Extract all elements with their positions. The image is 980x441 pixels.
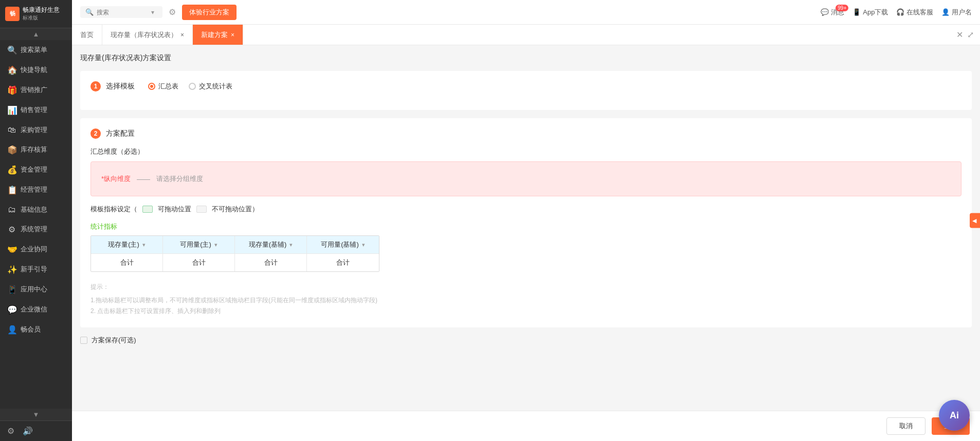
stats-col-1-header[interactable]: 现存量(主) ▾ bbox=[91, 236, 163, 253]
sidebar-item-label: 快捷导航 bbox=[21, 65, 47, 75]
stats-col-2-label: 可用量(主) bbox=[180, 240, 211, 249]
app-download-button[interactable]: 📱 App下载 bbox=[852, 8, 888, 17]
chevron-col-2-icon[interactable]: ▾ bbox=[214, 242, 217, 248]
sidebar-scroll-up[interactable]: ▲ bbox=[0, 28, 72, 40]
search-box[interactable]: 🔍 ▾ bbox=[80, 6, 162, 18]
radio-summary-label: 汇总表 bbox=[158, 82, 178, 91]
sidebar-bottom: ⚙ 🔊 bbox=[0, 420, 72, 441]
save-option-label: 方案保存(可选) bbox=[92, 336, 136, 345]
sidebar-item-search-menu[interactable]: 🔍 搜索菜单 bbox=[0, 40, 72, 60]
radio-summary[interactable]: 汇总表 bbox=[148, 82, 178, 91]
wechat-icon: 💬 bbox=[7, 305, 16, 315]
section-choose-template: 1 选择模板 汇总表 交叉统计表 bbox=[80, 71, 972, 110]
sales-icon: 📊 bbox=[7, 105, 16, 115]
tabbar-controls: ✕ ⤢ bbox=[956, 30, 980, 40]
radio-cross[interactable]: 交叉统计表 bbox=[189, 82, 232, 91]
stats-col-2-header[interactable]: 可用量(主) ▾ bbox=[163, 236, 235, 253]
stats-col-3-label: 现存量(基辅) bbox=[249, 240, 287, 249]
sidebar: 畅 畅康通好生意 标准版 ▲ 🔍 搜索菜单 🏠 快捷导航 🎁 营销推广 📊 销售… bbox=[0, 0, 72, 441]
chevron-col-3-icon[interactable]: ▾ bbox=[289, 242, 293, 248]
sidebar-item-system[interactable]: ⚙ 系统管理 bbox=[0, 219, 72, 240]
sidebar-item-label: 企业微信 bbox=[21, 305, 47, 314]
guide-icon: ✨ bbox=[7, 265, 16, 274]
online-service-label: 在线客服 bbox=[906, 8, 933, 17]
app-center-icon: 📱 bbox=[7, 285, 16, 295]
dim-dash: —— bbox=[137, 175, 150, 183]
dim-vertical-required: *纵向维度 bbox=[101, 174, 131, 183]
sidebar-item-label: 库存核算 bbox=[21, 145, 47, 154]
content-area: 现存量(库存状况表)方案设置 1 选择模板 汇总表 交叉统计表 bbox=[72, 45, 980, 411]
dim-placeholder: 请选择分组维度 bbox=[156, 174, 203, 183]
main-area: 🔍 ▾ ⚙ 体验行业方案 💬 消息 99+ 📱 App下载 🎧 在线客服 👤 bbox=[72, 0, 980, 441]
indicator-label: 模板指标设定（ bbox=[90, 205, 137, 214]
sidebar-item-label: 经营管理 bbox=[21, 185, 47, 194]
save-checkbox[interactable] bbox=[80, 337, 87, 344]
sidebar-item-basic-info[interactable]: 🗂 基础信息 bbox=[0, 200, 72, 219]
member-icon: 👤 bbox=[7, 325, 16, 335]
tab-new-plan[interactable]: 新建方案 × bbox=[193, 25, 243, 45]
sidebar-item-inventory[interactable]: 📦 库存核算 bbox=[0, 140, 72, 160]
phone-icon: 📱 bbox=[852, 8, 861, 16]
sidebar-item-label: 营销推广 bbox=[21, 85, 47, 95]
cooperation-icon: 🤝 bbox=[7, 245, 16, 254]
tip-2: 2. 点击标题栏下拉可设置排序、插入列和删除列 bbox=[90, 306, 961, 317]
tab-inventory-label: 现存量（库存状况表） bbox=[111, 30, 177, 40]
sidebar-scroll-down[interactable]: ▼ bbox=[0, 409, 72, 420]
stats-col-4-label: 可用量(基辅) bbox=[321, 240, 359, 249]
expand-icon[interactable]: ⤢ bbox=[967, 30, 974, 40]
right-float-panel[interactable]: ◀ bbox=[970, 213, 980, 228]
stats-col-2-sub: 合计 bbox=[192, 258, 206, 267]
trial-button[interactable]: 体验行业方案 bbox=[182, 5, 237, 20]
chevron-down-icon[interactable]: ▾ bbox=[151, 9, 154, 16]
stats-col-1-data: 合计 bbox=[91, 254, 163, 271]
purchase-icon: 🛍 bbox=[7, 125, 16, 135]
sidebar-item-purchase[interactable]: 🛍 采购管理 bbox=[0, 120, 72, 140]
sidebar-item-label: 系统管理 bbox=[21, 225, 47, 234]
template-radio-group: 汇总表 交叉统计表 bbox=[148, 82, 232, 91]
tab-new-plan-close-icon[interactable]: × bbox=[231, 31, 234, 39]
sidebar-item-label: 基础信息 bbox=[21, 205, 47, 214]
user-avatar: 👤 bbox=[941, 8, 950, 16]
chevron-col-4-icon[interactable]: ▾ bbox=[362, 242, 365, 248]
sidebar-item-wechat[interactable]: 💬 企业微信 bbox=[0, 300, 72, 320]
sidebar-item-label: 畅会员 bbox=[21, 325, 41, 334]
message-button[interactable]: 💬 消息 99+ bbox=[821, 8, 844, 17]
sidebar-item-cooperation[interactable]: 🤝 企业协同 bbox=[0, 240, 72, 260]
dim-required-label: 汇总维度（必选） bbox=[90, 147, 961, 156]
sidebar-item-quick-nav[interactable]: 🏠 快捷导航 bbox=[0, 60, 72, 80]
sidebar-item-finance[interactable]: 💰 资金管理 bbox=[0, 160, 72, 180]
stats-col-1-sub: 合计 bbox=[120, 258, 134, 267]
tab-home[interactable]: 首页 bbox=[72, 25, 102, 45]
volume-icon[interactable]: 🔊 bbox=[23, 426, 33, 436]
stats-col-4-header[interactable]: 可用量(基辅) ▾ bbox=[307, 236, 379, 253]
gear-icon[interactable]: ⚙ bbox=[169, 7, 176, 17]
sidebar-item-guide[interactable]: ✨ 新手引导 bbox=[0, 260, 72, 280]
radio-summary-dot bbox=[148, 83, 155, 90]
cancel-button[interactable]: 取消 bbox=[886, 417, 925, 435]
logo-title: 畅康通好生意 bbox=[23, 6, 60, 14]
tab-inventory-close-icon[interactable]: × bbox=[180, 31, 184, 39]
draggable-label: 可拖动位置 bbox=[158, 205, 191, 214]
search-menu-icon: 🔍 bbox=[7, 45, 16, 55]
sidebar-item-operations[interactable]: 📋 经营管理 bbox=[0, 180, 72, 200]
close-panel-icon[interactable]: ✕ bbox=[956, 30, 963, 40]
sidebar-item-marketing[interactable]: 🎁 营销推广 bbox=[0, 80, 72, 100]
chevron-col-1-icon[interactable]: ▾ bbox=[142, 242, 146, 248]
ai-button[interactable]: Ai bbox=[939, 400, 970, 431]
settings-icon[interactable]: ⚙ bbox=[7, 426, 14, 436]
search-input[interactable] bbox=[97, 9, 148, 16]
sidebar-item-app-center[interactable]: 📱 应用中心 bbox=[0, 280, 72, 300]
stats-col-3-header[interactable]: 现存量(基辅) ▾ bbox=[235, 236, 307, 253]
section2-title: 方案配置 bbox=[106, 129, 135, 138]
sidebar-item-sales[interactable]: 📊 销售管理 bbox=[0, 100, 72, 120]
dim-vertical-box[interactable]: *纵向维度 —— 请选择分组维度 bbox=[90, 161, 961, 196]
tab-inventory-status[interactable]: 现存量（库存状况表） × bbox=[102, 25, 193, 45]
tabbar: 首页 现存量（库存状况表） × 新建方案 × ✕ ⤢ bbox=[72, 25, 980, 45]
section-plan-config: 2 方案配置 汇总维度（必选） *纵向维度 —— 请选择分组维度 模板指标设定（… bbox=[80, 118, 972, 327]
quick-nav-icon: 🏠 bbox=[7, 65, 16, 75]
sidebar-item-member[interactable]: 👤 畅会员 bbox=[0, 320, 72, 340]
service-icon: 🎧 bbox=[896, 8, 904, 16]
logo-subtitle: 标准版 bbox=[23, 14, 60, 22]
user-menu[interactable]: 👤 用户名 bbox=[941, 8, 972, 17]
online-service-button[interactable]: 🎧 在线客服 bbox=[896, 8, 933, 17]
